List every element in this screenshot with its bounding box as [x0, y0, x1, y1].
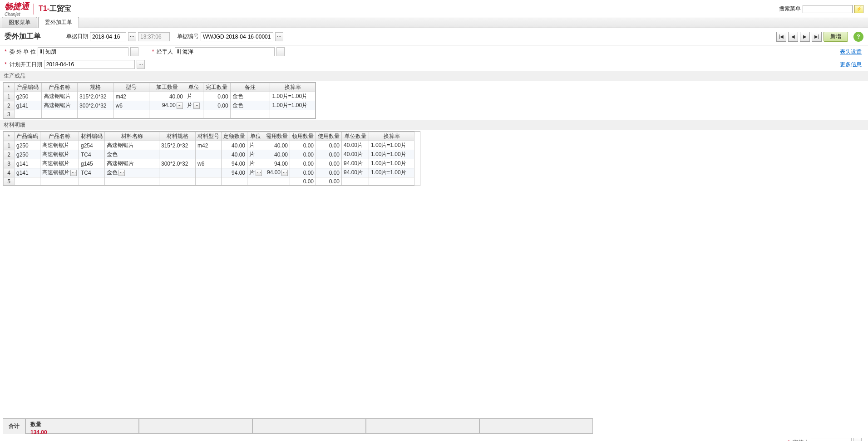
table-cell[interactable] [159, 177, 196, 186]
table-cell[interactable]: 0.00 [290, 141, 316, 150]
products-col-header[interactable]: 产品名称 [41, 83, 78, 92]
doc-no-lookup[interactable]: ⋯ [275, 32, 283, 41]
table-cell[interactable]: g250 [14, 92, 41, 101]
table-cell[interactable]: 0.00 [290, 150, 316, 159]
table-cell[interactable]: w6 [196, 159, 222, 168]
table-cell[interactable]: 片 [247, 150, 264, 159]
table-cell[interactable]: 1.00片=1.00片 [270, 92, 316, 101]
table-cell[interactable]: g250 [15, 150, 40, 159]
table-cell[interactable]: 94.00 [222, 159, 247, 168]
materials-col-header[interactable]: 领用数量 [290, 132, 316, 141]
table-cell[interactable]: 94.00片 [342, 168, 369, 177]
table-cell[interactable]: 40.00 [222, 141, 247, 150]
table-cell[interactable] [369, 177, 414, 186]
table-cell[interactable]: 高速钢锯片⋯ [40, 168, 79, 177]
cell-lookup-icon[interactable]: ⋯ [177, 103, 183, 109]
table-cell[interactable]: 0.00 [203, 92, 230, 101]
table-cell[interactable]: 40.00 [264, 141, 290, 150]
table-cell[interactable]: 94.00 [222, 168, 247, 177]
cell-lookup-icon[interactable]: ⋯ [281, 170, 288, 176]
table-cell[interactable]: 0.00 [316, 150, 342, 159]
table-cell[interactable]: 高速钢锯片 [40, 159, 79, 168]
table-cell[interactable] [196, 150, 222, 159]
nav-prev[interactable]: ◀ [788, 32, 798, 42]
vendor-input[interactable] [38, 47, 128, 56]
table-cell[interactable]: 0.00 [316, 177, 342, 186]
table-cell[interactable] [40, 177, 79, 186]
table-cell[interactable]: 0.00 [316, 141, 342, 150]
tab-graphic-menu[interactable]: 图形菜单 [2, 17, 37, 28]
table-cell[interactable]: 315*2.0*32 [78, 92, 114, 101]
table-row[interactable]: 2g141高速钢锯片300*2.0*32w694.00⋯片⋯0.00金色1.00… [4, 101, 316, 110]
table-cell[interactable] [14, 110, 41, 118]
table-cell[interactable]: 300*2.0*32 [159, 159, 196, 168]
table-cell[interactable]: 40.00片 [342, 141, 369, 150]
table-cell[interactable]: 94.00片 [342, 159, 369, 168]
table-cell[interactable]: 金色 [230, 101, 270, 110]
materials-col-header[interactable]: 定额数量 [222, 132, 247, 141]
handler-input[interactable] [175, 47, 275, 56]
more-info-link[interactable]: 更多信息 [840, 61, 862, 68]
tab-outsourcing-order[interactable]: 委外加工单 [38, 17, 79, 28]
search-input[interactable] [803, 5, 853, 13]
plan-date-input[interactable] [44, 60, 135, 69]
table-cell[interactable]: 高速钢锯片 [41, 101, 78, 110]
table-row[interactable]: 3 [4, 110, 316, 118]
table-cell[interactable]: 40.00 [222, 150, 247, 159]
table-cell[interactable]: g254 [79, 141, 105, 150]
products-col-header[interactable]: 完工数量 [203, 83, 230, 92]
cell-lookup-icon[interactable]: ⋯ [118, 170, 125, 176]
table-cell[interactable]: m42 [196, 141, 222, 150]
cell-lookup-icon[interactable]: ⋯ [193, 103, 200, 109]
help-icon[interactable]: ? [853, 32, 863, 42]
products-col-header[interactable]: 单位 [185, 83, 203, 92]
table-cell[interactable]: 0.00 [290, 168, 316, 177]
table-cell[interactable]: 片 [185, 92, 203, 101]
table-cell[interactable]: 高速钢锯片 [105, 159, 159, 168]
table-row[interactable]: 50.000.00 [4, 177, 414, 186]
table-cell[interactable]: 高速钢锯片 [40, 141, 79, 150]
auditor-input[interactable] [811, 438, 852, 441]
materials-col-header[interactable]: 材料型号 [196, 132, 222, 141]
table-cell[interactable]: 40.00 [149, 92, 185, 101]
table-cell[interactable] [222, 177, 247, 186]
table-cell[interactable]: 0.00 [316, 159, 342, 168]
doc-no-input[interactable] [201, 32, 273, 41]
table-cell[interactable]: 高速钢锯片 [105, 141, 159, 150]
table-cell[interactable]: 片 [247, 159, 264, 168]
table-cell[interactable]: 金色 [230, 92, 270, 101]
products-col-header[interactable]: 产品编码 [14, 83, 41, 92]
table-cell[interactable]: 300*2.0*32 [78, 101, 114, 110]
nav-first[interactable]: |◀ [776, 32, 786, 42]
table-cell[interactable]: 0.00 [290, 159, 316, 168]
materials-col-header[interactable]: 产品编码 [15, 132, 40, 141]
products-col-header[interactable]: 型号 [113, 83, 149, 92]
table-row[interactable]: 1g250高速钢锯片g254高速钢锯片315*2.0*32m4240.00片40… [4, 141, 414, 150]
table-cell[interactable]: 1.00片=1.00片 [369, 150, 414, 159]
cell-lookup-icon[interactable]: ⋯ [256, 170, 262, 176]
table-cell[interactable] [113, 110, 149, 118]
table-cell[interactable]: 315*2.0*32 [159, 141, 196, 150]
nav-next[interactable]: ▶ [800, 32, 810, 42]
table-cell[interactable] [149, 110, 185, 118]
table-cell[interactable]: 40.00片 [342, 150, 369, 159]
table-cell[interactable]: g141 [15, 159, 40, 168]
table-row[interactable]: 4g141高速钢锯片⋯TC4金色⋯94.00片⋯94.00⋯0.000.0094… [4, 168, 414, 177]
table-cell[interactable]: 高速钢锯片 [40, 150, 79, 159]
table-cell[interactable] [185, 110, 203, 118]
doc-date-picker[interactable]: ⋯ [128, 32, 136, 41]
table-cell[interactable]: g141 [14, 101, 41, 110]
table-cell[interactable]: 0.00 [316, 168, 342, 177]
table-cell[interactable] [230, 110, 270, 118]
doc-date-input[interactable] [90, 32, 126, 41]
table-cell[interactable]: 0.00 [290, 177, 316, 186]
materials-col-header[interactable]: 材料名称 [105, 132, 159, 141]
table-cell[interactable]: TC4 [79, 168, 105, 177]
table-cell[interactable] [203, 110, 230, 118]
table-cell[interactable]: 1.00片=1.00片 [369, 141, 414, 150]
products-col-header[interactable]: 规格 [78, 83, 114, 92]
table-row[interactable]: 2g250高速钢锯片TC4金色40.00片40.000.000.0040.00片… [4, 150, 414, 159]
search-button[interactable]: ⚡ [854, 5, 863, 13]
table-cell[interactable] [247, 177, 264, 186]
table-cell[interactable] [264, 177, 290, 186]
